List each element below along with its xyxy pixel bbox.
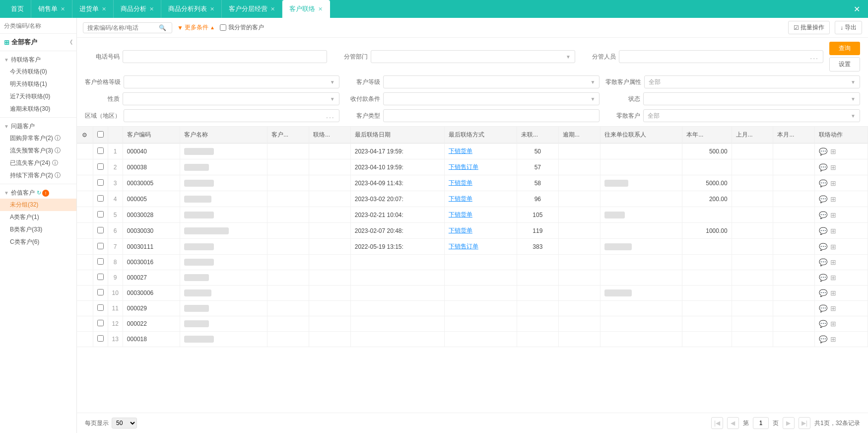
close-sales-order-icon[interactable]: ✕: [61, 6, 65, 12]
sidebar-group-pending-contact[interactable]: ▼ 待联络客户: [0, 53, 76, 66]
sidebar-search-input[interactable]: [4, 22, 77, 29]
tab-sales-order[interactable]: 销售单 ✕: [31, 0, 72, 18]
sidebar-item-group-b[interactable]: B类客户(33): [0, 223, 76, 236]
comment-icon[interactable]: 💬: [819, 320, 827, 328]
tab-product-analysis-list[interactable]: 商品分析列表 ✕: [161, 0, 222, 18]
row-checkbox[interactable]: [97, 195, 104, 202]
export-button[interactable]: ↓ 导出: [835, 21, 862, 34]
customer-type-col-header[interactable]: 客户...: [267, 127, 309, 144]
no-contact-days-col-header[interactable]: 未联...: [517, 127, 558, 144]
customer-name-col-header[interactable]: 客户名称: [180, 127, 267, 144]
comment-icon[interactable]: 💬: [819, 258, 827, 266]
filter-search-icon[interactable]: 🔍: [159, 24, 166, 31]
partner-contact-col-header[interactable]: 往来单位联系人: [600, 127, 682, 144]
comment-icon[interactable]: 💬: [819, 274, 827, 282]
filter-more-conditions[interactable]: ▼ 更多条件 ▲: [177, 23, 215, 32]
sidebar-item-unclassified[interactable]: 未分组(32): [0, 199, 76, 211]
sidebar-item-group-c[interactable]: C类客户(6): [0, 236, 76, 248]
sidebar-item-overdue[interactable]: 逾期未联络(30): [0, 103, 76, 115]
sidebar-item-persistent-low[interactable]: 持续下滑客户(2) ⓘ: [0, 169, 76, 182]
comment-icon[interactable]: 💬: [819, 195, 827, 203]
first-page-button[interactable]: |◀: [711, 417, 723, 429]
last-month-col-header[interactable]: 上月...: [732, 127, 773, 144]
row-checkbox[interactable]: [97, 163, 104, 170]
select-all-checkbox[interactable]: [97, 131, 104, 138]
comment-icon[interactable]: 💬: [819, 335, 827, 343]
sidebar-all-customers[interactable]: ⊞ 全部客户 《: [0, 34, 76, 49]
close-customer-contact-icon[interactable]: ✕: [318, 6, 323, 12]
comment-icon[interactable]: 💬: [819, 211, 827, 219]
more-actions-icon[interactable]: ⊞: [830, 211, 836, 219]
more-actions-icon[interactable]: ⊞: [830, 289, 836, 297]
contact-method-link[interactable]: 下销货单: [449, 195, 472, 202]
collapse-icon[interactable]: 《: [67, 39, 72, 46]
more-actions-icon[interactable]: ⊞: [830, 304, 836, 312]
tab-purchase-order[interactable]: 进货单 ✕: [72, 0, 114, 18]
sidebar-item-group-a[interactable]: A类客户(1): [0, 211, 76, 223]
filter-dept-select[interactable]: ▼: [371, 50, 575, 63]
row-checkbox[interactable]: [97, 211, 104, 217]
filter-status-select[interactable]: ▼: [643, 92, 860, 105]
sidebar-item-tomorrow[interactable]: 明天待联络(1): [0, 78, 76, 90]
filter-phone-input[interactable]: [123, 50, 327, 63]
filter-customer-level-select[interactable]: ▼: [383, 75, 600, 88]
tab-customer-contact[interactable]: 客户联络 ✕: [282, 0, 330, 18]
row-checkbox[interactable]: [97, 335, 104, 342]
filter-search-box[interactable]: 🔍: [83, 22, 172, 33]
sidebar-group-problem-customers[interactable]: ▼ 问题客户: [0, 120, 76, 132]
row-checkbox[interactable]: [97, 227, 104, 233]
filter-search-input[interactable]: [87, 24, 157, 31]
sidebar-item-loss-predicted[interactable]: 流失预警客户(3) ⓘ: [0, 144, 76, 157]
this-month-col-header[interactable]: 本月...: [773, 127, 815, 144]
my-customers-checkbox[interactable]: [220, 24, 226, 31]
filter-payment-terms-select[interactable]: ▼: [383, 92, 600, 105]
prev-page-button[interactable]: ◀: [727, 417, 739, 429]
my-customers-filter[interactable]: 我分管的客户: [220, 23, 264, 32]
more-actions-icon[interactable]: ⊞: [830, 243, 836, 251]
tab-customer-segment-manager[interactable]: 客户分层经营 ✕: [222, 0, 282, 18]
more-actions-icon[interactable]: ⊞: [830, 195, 836, 203]
sidebar-item-lost[interactable]: 已流失客户(24) ⓘ: [0, 157, 76, 169]
more-actions-icon[interactable]: ⊞: [830, 335, 836, 343]
reset-button[interactable]: 设置: [829, 57, 860, 72]
contact-col-header[interactable]: 联络...: [309, 127, 350, 144]
filter-manager-select[interactable]: ...: [619, 50, 823, 63]
more-actions-icon[interactable]: ⊞: [830, 179, 836, 187]
comment-icon[interactable]: 💬: [819, 227, 827, 235]
page-size-select[interactable]: 50 100 200: [112, 418, 137, 429]
close-customer-segment-manager-icon[interactable]: ✕: [270, 6, 275, 12]
close-product-analysis-list-icon[interactable]: ✕: [210, 6, 214, 12]
last-contact-method-col-header[interactable]: 最后联络方式: [444, 127, 517, 144]
batch-ops-button[interactable]: ☑ 批量操作: [788, 21, 830, 34]
refresh-icon[interactable]: ↻: [37, 190, 41, 196]
row-checkbox[interactable]: [97, 320, 104, 326]
last-page-button[interactable]: ▶|: [799, 417, 810, 429]
comment-icon[interactable]: 💬: [819, 289, 827, 297]
tab-home[interactable]: 首页: [4, 0, 31, 18]
close-purchase-order-icon[interactable]: ✕: [102, 6, 106, 12]
more-actions-icon[interactable]: ⊞: [830, 227, 836, 235]
more-actions-icon[interactable]: ⊞: [830, 258, 836, 266]
contact-method-link[interactable]: 下销售订单: [449, 163, 478, 170]
close-product-analysis-icon[interactable]: ✕: [149, 6, 154, 12]
sidebar-item-today[interactable]: 今天待联络(0): [0, 66, 76, 78]
overdue-col-header[interactable]: 逾期...: [558, 127, 600, 144]
comment-icon[interactable]: 💬: [819, 179, 827, 187]
next-page-button[interactable]: ▶: [783, 417, 795, 429]
filter-price-level-select[interactable]: ▼: [124, 75, 339, 88]
filter-nature-select[interactable]: ▼: [123, 92, 339, 105]
sidebar-item-7days[interactable]: 近7天待联络(0): [0, 90, 76, 103]
filter-retail-attr-select[interactable]: 全部 ▼: [644, 75, 860, 88]
more-actions-icon[interactable]: ⊞: [830, 147, 836, 155]
row-checkbox[interactable]: [97, 304, 104, 311]
comment-icon[interactable]: 💬: [819, 243, 827, 251]
comment-icon[interactable]: 💬: [819, 147, 827, 155]
row-checkbox[interactable]: [97, 243, 104, 249]
query-button[interactable]: 查询: [829, 42, 860, 55]
sidebar-item-abnormal-purchase[interactable]: 固购异常客户(2) ⓘ: [0, 132, 76, 144]
filter-region-select[interactable]: ...: [124, 109, 339, 122]
filter-customer-type-input[interactable]: [383, 109, 600, 122]
window-close-button[interactable]: ✕: [850, 4, 864, 14]
sidebar-group-value-customers[interactable]: ▼ 价值客户 ↻ !: [0, 186, 76, 199]
more-actions-icon[interactable]: ⊞: [830, 163, 836, 171]
